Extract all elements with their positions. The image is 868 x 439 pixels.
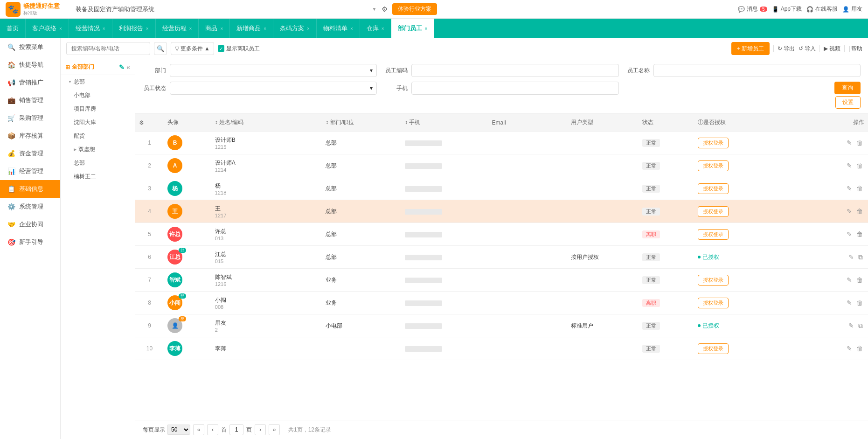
emp-name-input[interactable]	[653, 64, 861, 77]
col-settings[interactable]: ⚙	[135, 114, 164, 132]
sidebar-item-bizmanage[interactable]: 📊 经营管理	[0, 162, 60, 180]
dept-item-xiangmukufang[interactable]: 项目库房	[61, 102, 135, 116]
auth-button[interactable]: 授权登录	[698, 206, 729, 217]
delete-button[interactable]: 🗑	[855, 299, 864, 307]
next-page-button[interactable]: ›	[255, 424, 266, 435]
edit-button[interactable]: ✎	[845, 208, 854, 215]
app-download-button[interactable]: 📱 App下载	[772, 5, 802, 13]
tab-barcode[interactable]: 条码方案×	[273, 19, 317, 38]
dept-item-zongbu-parent[interactable]: ▼ 总部	[61, 75, 135, 89]
reset-button[interactable]: 设置	[835, 96, 861, 109]
close-icon[interactable]: ×	[189, 26, 192, 31]
edit-button[interactable]: ✎	[847, 253, 855, 261]
add-employee-button[interactable]: + 新增员工	[731, 42, 770, 55]
auth-button[interactable]: 授权登录	[698, 343, 729, 354]
sidebar-item-purchase[interactable]: 🛒 采购管理	[0, 109, 60, 127]
close-icon[interactable]: ×	[264, 26, 266, 31]
system-dropdown-icon[interactable]: ▼	[372, 7, 377, 12]
dept-item-xiaodibu[interactable]: 小电部	[61, 89, 135, 102]
delete-button[interactable]: 🗑	[855, 162, 864, 169]
service-button[interactable]: 🎧 在线客服	[806, 5, 838, 13]
auth-button[interactable]: 授权登录	[698, 160, 729, 171]
col-name-code[interactable]: ↕ 姓名/编码	[211, 114, 322, 132]
page-input[interactable]	[229, 424, 243, 435]
sidebar-item-system[interactable]: ⚙️ 系统管理	[0, 198, 60, 216]
auth-button[interactable]: 授权登录	[698, 275, 729, 286]
delete-button[interactable]: 🗑	[855, 139, 864, 146]
edit-button[interactable]: ✎	[845, 299, 854, 307]
tab-customer[interactable]: 客户联络×	[26, 19, 69, 38]
tab-warehouse[interactable]: 仓库×	[360, 19, 391, 38]
trial-button[interactable]: 体验行业方案	[392, 3, 437, 15]
query-button[interactable]: 查询	[834, 82, 861, 94]
sidebar-item-marketing[interactable]: 📢 营销推广	[0, 74, 60, 91]
sidebar-item-sales[interactable]: 💼 销售管理	[0, 91, 60, 109]
help-button[interactable]: | 帮助	[848, 45, 862, 53]
edit-button[interactable]: ✎	[845, 139, 854, 146]
close-icon[interactable]: ×	[103, 26, 105, 31]
edit-button[interactable]: ✎	[845, 185, 854, 192]
edit-button[interactable]: ✎	[845, 162, 854, 169]
collapse-dept-icon[interactable]: «	[126, 63, 130, 71]
status-select[interactable]: ▾	[170, 82, 377, 95]
col-dept-pos[interactable]: ↕ 部门/职位	[322, 114, 401, 132]
per-page-select[interactable]: 50 20 100	[167, 425, 190, 435]
auth-button[interactable]: 授权登录	[698, 138, 729, 148]
close-icon[interactable]: ×	[425, 26, 428, 31]
checkbox-icon[interactable]: ✓	[218, 45, 224, 52]
sidebar-item-inventory[interactable]: 📦 库存核算	[0, 127, 60, 145]
more-filter-button[interactable]: ▽ 更多条件 ▲	[171, 42, 214, 55]
auth-button[interactable]: 授权登录	[698, 229, 729, 240]
sidebar-item-finance[interactable]: 💰 资金管理	[0, 145, 60, 162]
auth-button[interactable]: 授权登录	[698, 298, 729, 308]
delete-button[interactable]: 🗑	[855, 230, 864, 238]
close-icon[interactable]: ×	[307, 26, 310, 31]
close-icon[interactable]: ×	[382, 26, 384, 31]
close-icon[interactable]: ×	[59, 26, 62, 31]
sidebar-item-nav[interactable]: 🏠 快捷导航	[0, 56, 60, 74]
tab-operation[interactable]: 经营情况×	[69, 19, 112, 38]
sidebar-item-search[interactable]: 🔍 搜索菜单	[0, 38, 60, 56]
edit-dept-icon[interactable]: ✎	[119, 63, 125, 71]
dept-select[interactable]: ▾	[170, 64, 377, 77]
delete-button[interactable]: 🗑	[855, 345, 864, 352]
close-icon[interactable]: ×	[220, 26, 223, 31]
sidebar-item-guide[interactable]: 🎯 新手引导	[0, 233, 60, 251]
last-page-button[interactable]: »	[269, 424, 280, 435]
copy-button[interactable]: ⧉	[857, 253, 864, 261]
delete-button[interactable]: 🗑	[855, 208, 864, 215]
tab-new-goods[interactable]: 新增商品×	[230, 19, 273, 38]
tab-profit[interactable]: 利润报告×	[112, 19, 156, 38]
export-button[interactable]: ↻ 导出	[778, 45, 795, 53]
dept-item-shenyang[interactable]: 沈阳大库	[61, 116, 135, 129]
user-button[interactable]: 👤 用友	[842, 5, 862, 13]
show-resigned-toggle[interactable]: ✓ 显示离职员工	[218, 45, 260, 53]
edit-button[interactable]: ✎	[847, 322, 855, 329]
msg-button[interactable]: 💬 消息 5	[738, 5, 767, 13]
search-button[interactable]: 🔍	[154, 42, 167, 55]
tab-bom[interactable]: 物料清单×	[317, 19, 360, 38]
close-icon[interactable]: ×	[350, 26, 353, 31]
edit-button[interactable]: ✎	[845, 345, 854, 352]
auth-button[interactable]: 授权登录	[698, 183, 729, 194]
first-page-button[interactable]: «	[193, 424, 204, 435]
edit-button[interactable]: ✎	[845, 276, 854, 284]
copy-button[interactable]: ⧉	[857, 322, 864, 330]
edit-button[interactable]: ✎	[845, 230, 854, 238]
tab-employees[interactable]: 部门员工×	[391, 19, 435, 38]
tab-goods[interactable]: 商品×	[199, 19, 230, 38]
col-phone[interactable]: ↕ 手机	[401, 114, 488, 132]
sidebar-item-collab[interactable]: 🤝 企业协同	[0, 216, 60, 233]
search-input[interactable]	[66, 42, 150, 55]
video-button[interactable]: ▶ 视频	[824, 45, 840, 53]
prev-page-button[interactable]: ‹	[207, 424, 218, 435]
close-icon[interactable]: ×	[146, 26, 149, 31]
dept-item-peihuo[interactable]: 配货	[61, 129, 135, 143]
import-button[interactable]: ↺ 导入	[799, 45, 816, 53]
delete-button[interactable]: 🗑	[855, 185, 864, 192]
sidebar-item-basic[interactable]: 📋 基础信息	[0, 180, 60, 198]
tab-history[interactable]: 经营历程×	[156, 19, 199, 38]
dept-item-nanshu[interactable]: 楠树王二	[61, 170, 135, 183]
emp-code-input[interactable]	[411, 64, 618, 77]
tab-home[interactable]: 首页	[0, 19, 26, 38]
